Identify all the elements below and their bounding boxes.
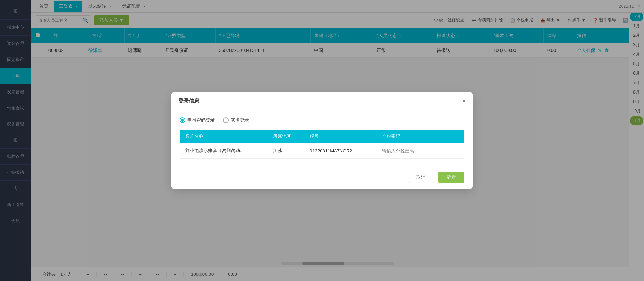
col-tax-password: 个税密码 <box>376 130 464 143</box>
login-info-dialog: 登录信息 × 申报密码登录 实名登录 客户名称 所属 <box>171 92 473 189</box>
dialog-header: 登录信息 × <box>171 92 473 110</box>
client-name-cell: 刘小艳演示账套（勿删勿动... <box>180 143 267 158</box>
radio-realname-login[interactable]: 实名登录 <box>223 117 249 123</box>
login-type-radio-group: 申报密码登录 实名登录 <box>180 117 464 123</box>
client-table-row: 刘小艳演示账套（勿删勿动... 江苏 91320811MA7NGR2... <box>180 143 464 158</box>
dialog-footer: 取消 确定 <box>171 166 473 189</box>
client-region-cell: 江苏 <box>267 143 304 158</box>
client-table-header: 客户名称 所属地区 税号 个税密码 <box>180 130 464 143</box>
cancel-button[interactable]: 取消 <box>408 172 434 183</box>
confirm-button[interactable]: 确定 <box>438 172 464 183</box>
tax-password-input[interactable] <box>382 148 459 153</box>
client-table: 客户名称 所属地区 税号 个税密码 刘小艳演示账套（勿删勿动... 江苏 913… <box>180 130 464 159</box>
dialog-overlay: 登录信息 × 申报密码登录 实名登录 客户名称 所属 <box>0 0 644 281</box>
client-table-body: 刘小艳演示账套（勿删勿动... 江苏 91320811MA7NGR2... <box>180 143 464 158</box>
col-client-name: 客户名称 <box>180 130 267 143</box>
radio-realname-dot <box>223 117 229 123</box>
col-tax-number: 税号 <box>304 130 376 143</box>
dialog-title: 登录信息 <box>178 98 199 104</box>
dialog-body: 申报密码登录 实名登录 客户名称 所属地区 税号 个税密码 <box>171 110 473 166</box>
dialog-close-button[interactable]: × <box>462 97 466 105</box>
col-region: 所属地区 <box>267 130 304 143</box>
radio-password-dot <box>180 117 185 123</box>
radio-password-login[interactable]: 申报密码登录 <box>180 117 215 123</box>
client-tax-password-cell[interactable] <box>376 143 464 158</box>
client-tax-number-cell: 91320811MA7NGR2... <box>304 143 376 158</box>
